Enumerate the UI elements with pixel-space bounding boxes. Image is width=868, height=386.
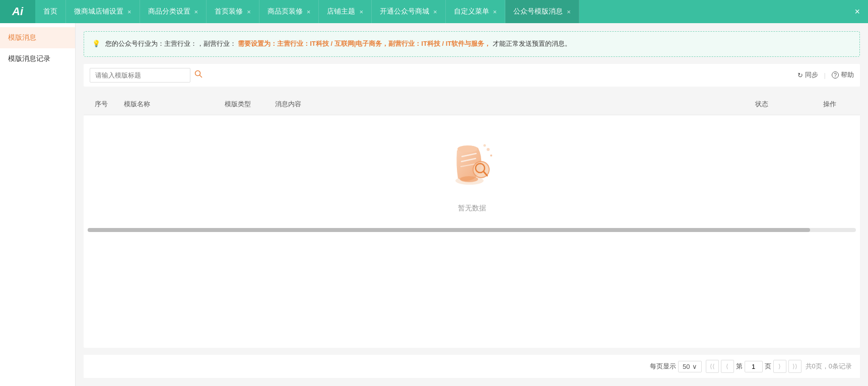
- notice-prefix: 您的公众号行业为：主营行业：，副营行业：: [105, 40, 236, 47]
- col-header-type: 模版类型: [220, 94, 270, 115]
- close-open-mall-icon[interactable]: ×: [433, 8, 437, 16]
- toolbar: ↻ 同步 | ? 帮助: [84, 64, 860, 87]
- tab-home[interactable]: 首页: [35, 0, 66, 23]
- tab-shop-theme-label: 店铺主题: [327, 7, 355, 16]
- notice-highlight: 需要设置为：主营行业：IT科技 / 互联网|电子商务，副营行业：IT科技 / I…: [238, 40, 491, 47]
- close-category-icon[interactable]: ×: [194, 8, 198, 16]
- per-page-value: 50: [683, 363, 690, 370]
- notice-bulb-icon: 💡: [92, 40, 100, 47]
- close-custom-menu-icon[interactable]: ×: [493, 8, 497, 16]
- data-table: 序号 模版名称 模版类型 消息内容 状态 操作: [84, 94, 860, 348]
- next-page-button[interactable]: ⟩: [773, 360, 786, 373]
- sidebar-item-template-record[interactable]: 模版消息记录: [0, 48, 75, 69]
- col-header-seq: 序号: [84, 94, 119, 115]
- tab-product-decor[interactable]: 商品页装修 ×: [259, 0, 319, 23]
- sidebar-item-template-msg[interactable]: 模版消息: [0, 27, 75, 48]
- tab-template-msg-label: 公众号模版消息: [513, 7, 563, 16]
- svg-point-11: [487, 148, 490, 151]
- help-button[interactable]: ? 帮助: [832, 70, 854, 80]
- tab-category-label: 商品分类设置: [148, 7, 190, 16]
- toolbar-right: ↻ 同步 | ? 帮助: [797, 70, 854, 80]
- chevron-down-icon: ∨: [692, 363, 697, 370]
- pagination: 每页显示 50 ∨ ⟨⟨ ⟨ 第 页 ⟩ ⟩⟩ 共0页，0条记录: [84, 355, 860, 378]
- svg-point-12: [490, 155, 492, 157]
- scrollbar-thumb[interactable]: [88, 228, 810, 232]
- tab-homepage-decor[interactable]: 首页装修 ×: [207, 0, 259, 23]
- search-button[interactable]: [194, 70, 203, 80]
- search-input[interactable]: [90, 68, 190, 83]
- notice-suffix: 才能正常发送预置的消息。: [493, 40, 571, 47]
- page-navigation: ⟨⟨ ⟨ 第 页 ⟩ ⟩⟩: [706, 360, 802, 373]
- total-info: 共0页，0条记录: [806, 362, 852, 371]
- topbar-close-button[interactable]: ×: [846, 0, 868, 23]
- close-template-msg-icon[interactable]: ×: [567, 8, 571, 16]
- content-area: 💡 您的公众号行业为：主营行业：，副营行业： 需要设置为：主营行业：IT科技 /…: [76, 23, 868, 386]
- app-logo: Ai: [0, 0, 35, 23]
- table-header: 序号 模版名称 模版类型 消息内容 状态 操作: [84, 94, 860, 115]
- tab-product-decor-label: 商品页装修: [268, 7, 303, 16]
- page-label: 第: [736, 362, 743, 371]
- sync-label: 同步: [805, 70, 818, 80]
- search-area: [90, 68, 203, 83]
- help-label: 帮助: [841, 70, 854, 80]
- tab-home-label: 首页: [43, 7, 57, 16]
- close-shop-theme-icon[interactable]: ×: [359, 8, 363, 16]
- svg-point-3: [457, 145, 478, 152]
- per-page-select[interactable]: 50 ∨: [678, 361, 701, 372]
- topbar: Ai 首页 微商城店铺设置 × 商品分类设置 × 首页装修 × 商品页装修 × …: [0, 0, 868, 23]
- sync-button[interactable]: ↻ 同步: [797, 70, 818, 80]
- col-header-content: 消息内容: [270, 94, 724, 115]
- close-wechat-shop-icon[interactable]: ×: [127, 8, 131, 16]
- tab-open-mall[interactable]: 开通公众号商城 ×: [372, 0, 446, 23]
- last-page-button[interactable]: ⟩⟩: [788, 360, 802, 373]
- svg-point-4: [460, 176, 478, 182]
- first-page-button[interactable]: ⟨⟨: [706, 360, 719, 373]
- page-suffix: 页: [765, 362, 771, 371]
- notice-box: 💡 您的公众号行业为：主营行业：，副营行业： 需要设置为：主营行业：IT科技 /…: [84, 31, 860, 57]
- search-icon: [194, 70, 203, 78]
- tab-category[interactable]: 商品分类设置 ×: [140, 0, 207, 23]
- toolbar-divider: |: [824, 71, 826, 79]
- tab-custom-menu-label: 自定义菜单: [454, 7, 489, 16]
- main-layout: 模版消息 模版消息记录 💡 您的公众号行业为：主营行业：，副营行业： 需要设置为…: [0, 23, 868, 386]
- sidebar-item-template-msg-label: 模版消息: [8, 33, 36, 41]
- close-product-decor-icon[interactable]: ×: [307, 8, 311, 16]
- tab-custom-menu[interactable]: 自定义菜单 ×: [446, 0, 506, 23]
- help-circle-icon: ?: [832, 71, 839, 79]
- col-header-name: 模版名称: [119, 94, 220, 115]
- page-number-input[interactable]: [745, 361, 763, 372]
- tab-wechat-shop[interactable]: 微商城店铺设置 ×: [66, 0, 140, 23]
- empty-state: 暂无数据: [84, 115, 860, 228]
- col-header-status: 状态: [724, 94, 799, 115]
- tab-homepage-decor-label: 首页装修: [215, 7, 243, 16]
- svg-point-13: [483, 144, 486, 146]
- tab-wechat-shop-label: 微商城店铺设置: [74, 7, 123, 16]
- col-header-action: 操作: [799, 94, 860, 115]
- sidebar-item-template-record-label: 模版消息记录: [8, 54, 50, 62]
- prev-page-button[interactable]: ⟨: [721, 360, 734, 373]
- tab-template-msg[interactable]: 公众号模版消息 ×: [505, 0, 579, 23]
- svg-line-1: [200, 75, 202, 78]
- per-page-label: 每页显示: [650, 362, 676, 371]
- page-size-selector: 每页显示 50 ∨: [650, 361, 701, 372]
- tab-open-mall-label: 开通公众号商城: [380, 7, 429, 16]
- empty-illustration: [442, 135, 502, 196]
- close-homepage-decor-icon[interactable]: ×: [247, 8, 251, 16]
- empty-text: 暂无数据: [458, 204, 486, 213]
- horizontal-scrollbar[interactable]: [88, 228, 856, 232]
- sync-icon: ↻: [797, 71, 803, 79]
- sidebar: 模版消息 模版消息记录: [0, 23, 76, 386]
- tab-shop-theme[interactable]: 店铺主题 ×: [319, 0, 372, 23]
